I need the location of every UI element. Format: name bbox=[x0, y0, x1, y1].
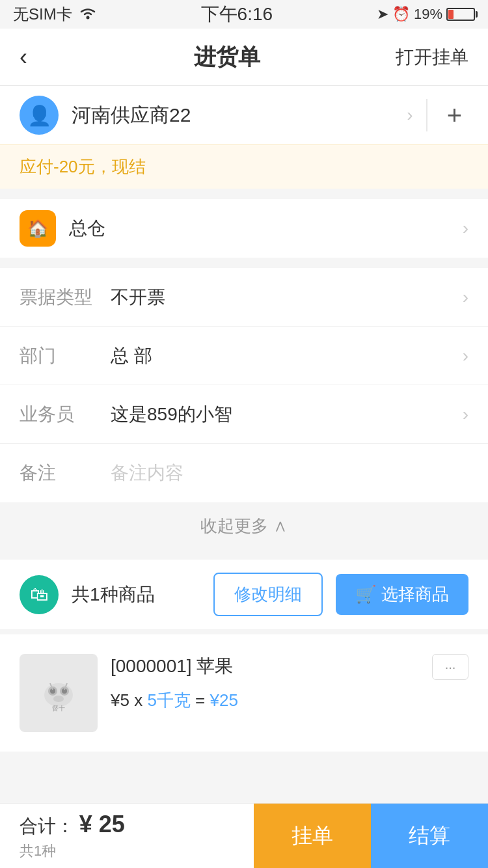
main-content: 👤 河南供应商22 › + 应付-20元，现结 🏠 总仓 › 票据类型 不开票 … bbox=[0, 86, 488, 817]
goods-section: 🛍 共1种商品 修改明细 🛒 选择商品 bbox=[0, 560, 488, 629]
status-time: 下午6:16 bbox=[201, 2, 273, 27]
wifi-icon bbox=[79, 5, 97, 23]
total-count: 共1种 bbox=[20, 841, 234, 861]
nav-bar: ‹ 进货单 打开挂单 bbox=[0, 29, 488, 86]
chevron-right-icon: › bbox=[463, 218, 468, 239]
status-bar: 无SIM卡 下午6:16 ➤ ⏰ 19% bbox=[0, 0, 488, 29]
collapse-label: 收起更多 ∧ bbox=[200, 515, 287, 537]
product-total: ¥25 bbox=[210, 690, 238, 710]
warehouse-row[interactable]: 🏠 总仓 › bbox=[0, 199, 488, 258]
product-title: 苹果 bbox=[197, 656, 233, 676]
quantity: 5千克 bbox=[147, 690, 190, 710]
back-button[interactable]: ‹ bbox=[20, 44, 59, 71]
warehouse-section: 🏠 总仓 › bbox=[0, 199, 488, 258]
bottom-bar: 合计： ¥ 25 共1种 挂单 结算 bbox=[0, 803, 488, 868]
chevron-right-icon: › bbox=[463, 287, 468, 308]
product-code: [0000001] bbox=[111, 656, 192, 676]
fields-section: 票据类型 不开票 › 部门 总 部 › 业务员 这是859的小智 › 备注 备注… bbox=[0, 268, 488, 502]
total-amount: ¥ 25 bbox=[79, 811, 125, 837]
product-thumbnail: 督十 bbox=[20, 654, 98, 732]
warehouse-icon-wrap: 🏠 bbox=[20, 210, 56, 247]
salesman-label: 业务员 bbox=[20, 402, 111, 427]
edit-detail-button[interactable]: 修改明细 bbox=[213, 573, 323, 616]
total-label: 合计： bbox=[20, 816, 74, 836]
ticket-type-label: 票据类型 bbox=[20, 285, 111, 310]
add-supplier-button[interactable]: + bbox=[441, 101, 468, 130]
product-name: [0000001] 苹果 bbox=[111, 654, 419, 679]
department-value: 总 部 bbox=[111, 344, 463, 368]
checkout-button[interactable]: 结算 bbox=[371, 804, 488, 868]
goods-icon-wrap: 🛍 bbox=[20, 575, 59, 614]
location-icon: ➤ bbox=[377, 6, 388, 23]
supplier-avatar: 👤 bbox=[20, 96, 59, 135]
select-goods-button[interactable]: 🛒 选择商品 bbox=[336, 574, 468, 615]
svg-point-1 bbox=[44, 683, 73, 707]
select-goods-label: 选择商品 bbox=[381, 583, 449, 606]
status-right: ➤ ⏰ 19% bbox=[377, 6, 475, 23]
product-more-button[interactable]: ··· bbox=[432, 654, 468, 680]
svg-text:督十: 督十 bbox=[52, 705, 65, 712]
owl-icon: 督十 bbox=[33, 667, 85, 719]
warehouse-name: 总仓 bbox=[69, 216, 463, 241]
product-card: 督十 [0000001] 苹果 ¥5 x 5千克 = ¥25 ··· bbox=[0, 634, 488, 752]
goods-bag-icon: 🛍 bbox=[30, 584, 48, 605]
open-hang-button[interactable]: 打开挂单 bbox=[396, 45, 468, 70]
battery-icon bbox=[446, 8, 475, 21]
goods-header: 🛍 共1种商品 修改明细 🛒 选择商品 bbox=[0, 560, 488, 629]
notice-text: 应付-20元，现结 bbox=[20, 157, 146, 176]
chevron-right-icon: › bbox=[463, 346, 468, 366]
svg-point-6 bbox=[53, 696, 64, 702]
product-info: [0000001] 苹果 ¥5 x 5千克 = ¥25 bbox=[111, 654, 419, 712]
hang-button[interactable]: 挂单 bbox=[254, 804, 371, 868]
svg-point-0 bbox=[86, 16, 89, 20]
bottom-summary: 合计： ¥ 25 共1种 bbox=[0, 804, 254, 868]
collapse-button[interactable]: 收起更多 ∧ bbox=[0, 502, 488, 549]
chevron-right-icon: › bbox=[463, 404, 468, 425]
remark-label: 备注 bbox=[20, 461, 111, 485]
person-icon: 👤 bbox=[27, 104, 51, 127]
unit-price: ¥5 bbox=[111, 690, 129, 710]
ticket-type-row[interactable]: 票据类型 不开票 › bbox=[0, 268, 488, 327]
goods-count: 共1种商品 bbox=[72, 582, 200, 607]
carrier-label: 无SIM卡 bbox=[13, 4, 72, 25]
ticket-type-value: 不开票 bbox=[111, 285, 463, 310]
department-row[interactable]: 部门 总 部 › bbox=[0, 327, 488, 385]
battery-percent: 19% bbox=[414, 6, 442, 23]
remark-row[interactable]: 备注 备注内容 bbox=[0, 444, 488, 502]
chevron-right-icon: › bbox=[407, 105, 413, 126]
status-left: 无SIM卡 bbox=[13, 4, 97, 25]
page-title: 进货单 bbox=[194, 42, 260, 72]
warehouse-icon: 🏠 bbox=[27, 219, 48, 239]
notice-bar: 应付-20元，现结 bbox=[0, 144, 488, 189]
supplier-row[interactable]: 👤 河南供应商22 › + bbox=[0, 86, 488, 144]
hang-label: 挂单 bbox=[291, 822, 333, 850]
department-label: 部门 bbox=[20, 344, 111, 368]
supplier-section: 👤 河南供应商22 › + 应付-20元，现结 bbox=[0, 86, 488, 189]
supplier-name: 河南供应商22 bbox=[72, 102, 407, 129]
divider bbox=[426, 99, 427, 131]
total-amount-row: 合计： ¥ 25 bbox=[20, 811, 234, 839]
checkout-label: 结算 bbox=[409, 822, 450, 850]
product-price: ¥5 x 5千克 = ¥25 bbox=[111, 689, 419, 712]
salesman-value: 这是859的小智 bbox=[111, 402, 463, 427]
remark-input[interactable]: 备注内容 bbox=[111, 461, 468, 485]
salesman-row[interactable]: 业务员 这是859的小智 › bbox=[0, 385, 488, 444]
alarm-icon: ⏰ bbox=[392, 6, 410, 23]
cart-icon: 🛒 bbox=[355, 584, 376, 604]
